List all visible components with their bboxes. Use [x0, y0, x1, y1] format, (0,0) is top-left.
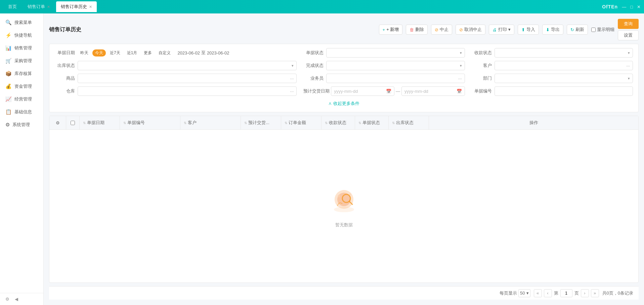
sort-icon-number: ⇅: [123, 121, 126, 125]
query-button[interactable]: 查询: [618, 19, 639, 29]
display-detail-toggle[interactable]: 显示明细: [591, 27, 614, 33]
sidebar-item-basic-info[interactable]: 📋 基础信息: [0, 106, 43, 118]
import-button[interactable]: ⬆ 导入: [518, 25, 539, 35]
th-checkbox[interactable]: [66, 116, 80, 129]
filter-item-goods: 商品 ···: [55, 74, 297, 83]
bill-number-control[interactable]: [495, 86, 633, 96]
goods-control[interactable]: ···: [78, 74, 297, 83]
quick-nav-icon: ⚡: [5, 32, 12, 38]
page-size-label: 每页显示: [500, 290, 517, 296]
sort-icon-bill-status: ⇅: [358, 121, 361, 125]
complete-status-label: 完成状态: [303, 63, 324, 69]
tab-sales-order-history[interactable]: 销售订单历史 ✕: [56, 1, 97, 12]
settings-icon: ⚙: [56, 120, 60, 125]
stop-button[interactable]: ⊘ 中止: [431, 25, 452, 35]
tab-sales-order-history-close[interactable]: ✕: [89, 5, 92, 9]
th-customer[interactable]: ⇅ 客户: [180, 116, 241, 129]
salesperson-control[interactable]: ···: [326, 74, 465, 83]
sidebar-item-finance[interactable]: 💰 资金管理: [0, 80, 43, 93]
filter-settings-button[interactable]: 设置: [618, 30, 639, 40]
sales-mgmt-icon: 📊: [5, 45, 12, 51]
refresh-icon: ↻: [570, 27, 574, 32]
th-settings[interactable]: ⚙: [49, 116, 66, 129]
display-detail-checkbox[interactable]: [591, 28, 596, 32]
page-next-btn[interactable]: ›: [581, 289, 589, 297]
print-button[interactable]: 🖨 打印 ▾: [489, 25, 514, 35]
page-size-dropdown[interactable]: 50 ▾: [518, 289, 530, 297]
table-header: ⚙ ⇅ 单据日期 ⇅ 单据编号 ⇅ 客户: [49, 116, 638, 130]
sidebar-collapse-icon[interactable]: ◀: [15, 297, 18, 302]
date-range: 2023-06-02 至 2023-06-02: [177, 50, 229, 56]
sidebar-bottom-settings-icon[interactable]: ⚙: [5, 297, 9, 302]
th-delivery[interactable]: ⇅ 预计交货...: [241, 116, 281, 129]
import-label: 导入: [526, 27, 535, 33]
calendar-icon-end: 📅: [457, 89, 462, 94]
sidebar-item-quick-nav[interactable]: ⚡ 快捷导航: [0, 29, 43, 42]
export-icon: ⬇: [546, 27, 550, 32]
filter-item-outbound-status: 出库状态 ▾: [55, 61, 297, 70]
th-payment-status[interactable]: ⇅ 收款状态: [321, 116, 355, 129]
print-label: 打印 ▾: [498, 27, 511, 33]
page-first-btn[interactable]: «: [534, 289, 542, 297]
export-label: 导出: [551, 27, 560, 33]
payment-status-control[interactable]: ▾: [495, 48, 633, 58]
date-1month[interactable]: 近1月: [124, 49, 140, 56]
export-button[interactable]: ⬇ 导出: [542, 25, 563, 35]
date-more[interactable]: 更多: [141, 49, 155, 56]
window-maximize[interactable]: □: [630, 4, 633, 9]
sidebar-item-inventory[interactable]: 📦 库存核算: [0, 67, 43, 80]
sort-icon-amount: ⇅: [285, 121, 287, 125]
tab-sales-order[interactable]: 销售订单 ✕: [23, 1, 55, 12]
date-custom[interactable]: 自定义: [156, 49, 173, 56]
sidebar-item-system-mgmt[interactable]: ⚙ 系统管理: [0, 118, 43, 131]
prev-page-icon: ‹: [547, 291, 548, 296]
customer-control[interactable]: ···: [495, 61, 633, 70]
th-bill-status[interactable]: ⇅ 单据状态: [355, 116, 389, 129]
date-yesterday[interactable]: 昨天: [78, 49, 91, 56]
filter-item-delivery-date: 预计交货日期 yyyy-mm-dd 📅 — yyyy-mm-dd 📅: [303, 86, 465, 96]
window-minimize[interactable]: —: [622, 4, 626, 9]
complete-status-control[interactable]: ▾: [326, 61, 465, 70]
customer-dots: ···: [626, 63, 630, 68]
sidebar-finance-label: 资金管理: [14, 83, 32, 89]
sort-icon-date: ⇅: [83, 121, 86, 125]
select-all-checkbox[interactable]: [71, 121, 75, 125]
sidebar-item-operations[interactable]: 📈 经营管理: [0, 93, 43, 106]
date-today[interactable]: 今天: [92, 49, 106, 56]
outbound-status-control[interactable]: ▾: [78, 61, 297, 70]
th-outbound[interactable]: ⇅ 出库状态: [389, 116, 429, 129]
page-last-btn[interactable]: »: [591, 289, 599, 297]
warehouse-control[interactable]: ···: [78, 86, 297, 96]
delete-button[interactable]: 🗑 删除: [406, 25, 428, 35]
new-button[interactable]: + + 新增: [379, 25, 403, 35]
delivery-date-end-control[interactable]: yyyy-mm-dd 📅: [401, 86, 465, 96]
page-input[interactable]: [560, 289, 572, 297]
department-control[interactable]: ▾: [495, 74, 633, 83]
tab-home[interactable]: 首页: [3, 1, 22, 12]
window-close[interactable]: ✕: [637, 4, 641, 9]
date-7days[interactable]: 近7天: [107, 49, 123, 56]
delivery-date-start-control[interactable]: yyyy-mm-dd 📅: [331, 86, 394, 96]
sort-icon-payment: ⇅: [325, 121, 328, 125]
refresh-button[interactable]: ↻ 刷新: [567, 25, 588, 35]
bill-number-label: 单据编号: [472, 88, 492, 94]
collapse-button[interactable]: ∧ 收起更多条件: [55, 99, 633, 108]
calendar-icon-start: 📅: [386, 89, 391, 94]
sidebar-operations-label: 经营管理: [14, 96, 32, 102]
sidebar-item-sales-mgmt[interactable]: 📊 销售管理: [0, 42, 43, 54]
first-page-icon: «: [536, 291, 539, 296]
bill-status-control[interactable]: ▾: [326, 48, 465, 58]
th-date[interactable]: ⇅ 单据日期: [80, 116, 120, 129]
cancel-stop-button[interactable]: ⊘ 取消中止: [456, 25, 485, 35]
th-payment-label: 收款状态: [329, 120, 346, 126]
page-prev-btn[interactable]: ‹: [544, 289, 552, 297]
sidebar-item-purchase-mgmt[interactable]: 🛒 采购管理: [0, 54, 43, 67]
th-amount[interactable]: ⇅ 订单金额: [281, 116, 321, 129]
tab-sales-order-close[interactable]: ✕: [47, 5, 50, 9]
goods-dots: ···: [290, 76, 294, 81]
tab-home-label: 首页: [8, 4, 17, 10]
th-number[interactable]: ⇅ 单据编号: [120, 116, 180, 129]
cancel-stop-label: 取消中止: [464, 27, 482, 33]
sidebar-item-search-menu[interactable]: 🔍 搜索菜单: [0, 16, 43, 29]
complete-status-arrow: ▾: [460, 64, 462, 68]
